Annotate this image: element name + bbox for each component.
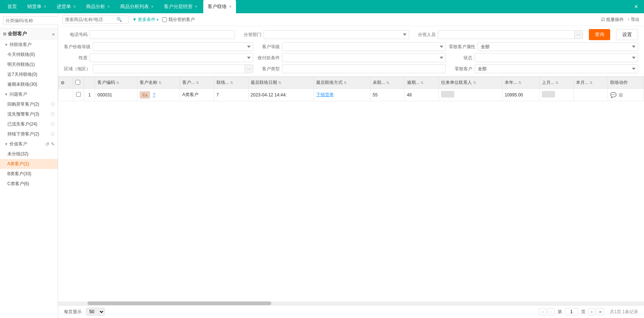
- col-last-contact-date[interactable]: 最后联络日期⇅: [248, 77, 314, 89]
- select-all-checkbox[interactable]: [75, 80, 80, 85]
- col-overdue[interactable]: 逾期...⇅: [404, 77, 439, 89]
- export-button[interactable]: ↑ 导出: [627, 17, 640, 23]
- sidebar-item-today[interactable]: 今天待联络(0): [0, 50, 58, 60]
- row-gear: [58, 89, 73, 101]
- col-cust-name[interactable]: 客户名称⇅: [137, 77, 180, 89]
- group-pending-contact[interactable]: ▼ 待联络客户: [0, 40, 58, 50]
- sidebar-search-input[interactable]: [3, 16, 63, 25]
- cust-level-select[interactable]: [282, 42, 446, 51]
- dept-select[interactable]: [264, 30, 409, 39]
- sort-no-contact: ⇅: [386, 81, 389, 85]
- nature-select[interactable]: [90, 53, 253, 62]
- row-this-month: [574, 89, 608, 101]
- phone-input[interactable]: [90, 30, 235, 39]
- nav-tab-home[interactable]: 首页: [3, 0, 21, 13]
- close-customer-contact-tab[interactable]: ×: [229, 4, 232, 9]
- horizontal-scrollbar[interactable]: [58, 301, 644, 305]
- last-page-btn[interactable]: »: [597, 308, 604, 315]
- col-gear: ⚙: [58, 77, 73, 89]
- col-this-month[interactable]: 本月...⇅: [574, 77, 608, 89]
- nav-tab-product-analysis[interactable]: 商品分析 ×: [82, 0, 114, 13]
- sort-last-method: ⇅: [344, 81, 347, 85]
- sidebar-item-a-class[interactable]: A类客户(1): [0, 159, 58, 169]
- nav-tab-sales[interactable]: 销货单 ×: [23, 0, 51, 13]
- sidebar-item-churn-warning[interactable]: 流失预警客户(3) ⓘ: [0, 109, 58, 119]
- cust-name-link[interactable]: ?: [153, 92, 155, 98]
- my-customers-checkbox[interactable]: 我分管的客户: [162, 17, 195, 23]
- close-product-analysis-tab[interactable]: ×: [107, 4, 110, 9]
- nav-tab-product-list[interactable]: 商品分析列表 ×: [116, 0, 158, 13]
- field-cust-type: 客户类型: [256, 64, 446, 73]
- sidebar-item-unclassified[interactable]: 未分组(32): [0, 149, 58, 159]
- region-more-btn[interactable]: ···: [244, 65, 253, 73]
- chat-action-icon[interactable]: 💬: [610, 92, 616, 98]
- col-this-year[interactable]: 本年...⇅: [502, 77, 539, 89]
- manager-input[interactable]: [438, 31, 574, 39]
- row-select-checkbox[interactable]: [76, 92, 81, 97]
- action-icons: 💬 ⊞: [610, 92, 641, 98]
- filter-search-icon[interactable]: 🔍: [117, 17, 122, 22]
- col-cust-code[interactable]: 客户编码⇅: [95, 77, 137, 89]
- close-purchase-tab[interactable]: ×: [73, 4, 76, 9]
- edit-icon[interactable]: ✎: [51, 141, 55, 147]
- close-all-button[interactable]: ×: [631, 3, 641, 11]
- more-conditions-button[interactable]: ▼ 更多条件 ▾: [132, 17, 158, 23]
- sidebar-item-declining[interactable]: 持续下滑客户(2) ⓘ: [0, 129, 58, 139]
- sidebar-item-7days[interactable]: 近7天待联络(0): [0, 70, 58, 80]
- sidebar-item-repurchase-abnormal[interactable]: 回购异常客户(2) ⓘ: [0, 99, 58, 109]
- col-visit-contacts[interactable]: 往来单位联系人⇅: [439, 77, 502, 89]
- prev-page-btn[interactable]: ‹: [548, 308, 555, 315]
- sidebar-item-c-class[interactable]: C类客户(6): [0, 179, 58, 189]
- group-value-customers[interactable]: ▼ 价值客户 ↺ ✎: [0, 139, 58, 149]
- scrollbar-thumb[interactable]: [87, 301, 271, 305]
- sidebar-item-b-class[interactable]: B类客户(33): [0, 169, 58, 179]
- price-level-select[interactable]: [93, 42, 253, 51]
- nav-tab-purchase[interactable]: 进货单 ×: [52, 0, 80, 13]
- sort-cust-type: ⇅: [196, 81, 199, 85]
- refresh-icon[interactable]: ↺: [45, 141, 49, 147]
- my-customers-check[interactable]: [162, 17, 167, 22]
- scatter-attr-select[interactable]: 全部: [477, 42, 638, 51]
- gear-icon[interactable]: ⚙: [61, 80, 65, 85]
- sidebar-item-overdue[interactable]: 逾期未联络(30): [0, 80, 58, 89]
- col-no-contact[interactable]: 未联...⇅: [370, 77, 404, 89]
- row-action: 💬 ⊞: [608, 89, 644, 101]
- payment-select[interactable]: [282, 53, 446, 62]
- row-cust-name[interactable]: Ea ?: [137, 89, 180, 101]
- page-size-select[interactable]: 50 100: [86, 308, 105, 316]
- close-product-list-tab[interactable]: ×: [151, 4, 154, 9]
- first-page-btn[interactable]: «: [539, 308, 547, 315]
- col-contacts[interactable]: 联络...⇅: [214, 77, 248, 89]
- status-select[interactable]: [475, 53, 638, 62]
- filter-search-input[interactable]: [65, 17, 117, 22]
- last-method-link[interactable]: 下销货单: [316, 92, 334, 97]
- info-icon-3: ⓘ: [51, 121, 55, 127]
- close-sales-tab[interactable]: ×: [44, 4, 46, 9]
- collapse-icon[interactable]: «: [52, 31, 55, 37]
- row-cust-type: A类客户: [180, 89, 214, 101]
- query-button[interactable]: 查询: [589, 29, 610, 40]
- filter-search-wrap: 🔍: [62, 15, 129, 24]
- field-nature: 性质: [64, 53, 253, 62]
- col-last-month[interactable]: 上月...⇅: [540, 77, 574, 89]
- col-cust-type[interactable]: 客户...⇅: [180, 77, 214, 89]
- close-customer-segment-tab[interactable]: ×: [195, 4, 197, 9]
- settings-button[interactable]: 设置: [616, 29, 638, 40]
- region-input[interactable]: [93, 65, 244, 73]
- col-last-contact-method[interactable]: 最后联络方式⇅: [314, 77, 370, 89]
- row-last-method[interactable]: 下销货单: [314, 89, 370, 101]
- scatter-cust-select[interactable]: 全部: [475, 64, 638, 73]
- nav-tab-customer-segment[interactable]: 客户分层经营 ×: [160, 0, 202, 13]
- col-action: 联络动作: [608, 77, 644, 89]
- sidebar-item-churned[interactable]: 已流失客户(24) ⓘ: [0, 119, 58, 129]
- cust-type-input[interactable]: [282, 64, 446, 73]
- batch-op-button[interactable]: ☑ 批量操作: [601, 17, 624, 23]
- grid-action-icon[interactable]: ⊞: [619, 92, 623, 98]
- group-problem-customers[interactable]: ▼ 问题客户: [0, 89, 58, 99]
- manager-more-btn[interactable]: ···: [574, 31, 583, 39]
- page-number-input[interactable]: [565, 308, 578, 315]
- nav-tab-customer-contact[interactable]: 客户联络 ×: [203, 0, 236, 13]
- all-customers-header[interactable]: ⊞ 全部客户 «: [0, 28, 58, 40]
- next-page-btn[interactable]: ›: [588, 308, 595, 315]
- sidebar-item-tomorrow[interactable]: 明天待联络(1): [0, 60, 58, 70]
